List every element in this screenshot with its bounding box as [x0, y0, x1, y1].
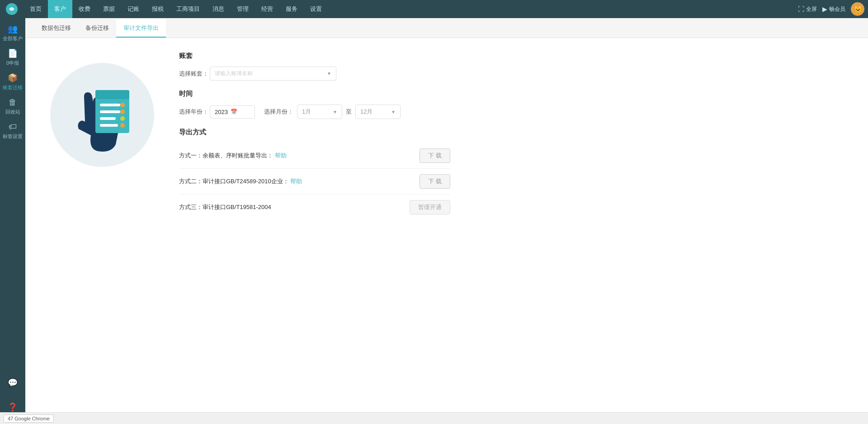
illustration-circle: [50, 63, 154, 167]
help-icon: ❓: [8, 402, 18, 412]
month-label: 选择月份：: [264, 108, 293, 116]
chevron-down-icon: ▼: [327, 71, 331, 76]
account-label: 选择账套：: [179, 70, 206, 78]
nav-right: ⛶ 全屏 ▶ 畅会员 🐱: [798, 2, 864, 16]
export-section-title: 导出方式: [179, 128, 450, 137]
main-layout: 👥 全部客户 📄 0申报 📦 账套迁移 🗑 回收站 🏷 标签设置 💬 ❓: [0, 18, 868, 424]
sidebar-item-zero-declare[interactable]: 📄 0申报: [1, 46, 24, 69]
clients-icon: 👥: [8, 24, 18, 34]
status-bar: 47 Google Chrome: [0, 412, 868, 424]
tabs-bar: 数据包迁移 备份迁移 审计文件导出: [25, 18, 868, 38]
nav-client[interactable]: 客户: [48, 0, 72, 18]
sidebar-item-all-clients[interactable]: 👥 全部客户: [1, 22, 24, 44]
svg-point-10: [120, 123, 125, 128]
month-end-select[interactable]: 12月 ▼: [355, 105, 401, 119]
recycle-icon: 🗑: [9, 98, 17, 107]
migration-icon: 📦: [8, 73, 18, 83]
nav-manage[interactable]: 管理: [231, 0, 255, 18]
account-row: 选择账套： 请输入账簿名称 ▼: [179, 67, 450, 81]
year-value: 2023: [215, 109, 228, 115]
chevron-down-icon-2: ▼: [333, 110, 337, 114]
user-avatar[interactable]: 🐱: [851, 2, 864, 16]
svg-rect-4: [100, 110, 120, 113]
nav-settings[interactable]: 设置: [304, 0, 328, 18]
sidebar-item-chat[interactable]: 💬: [1, 372, 24, 394]
chevron-down-icon-3: ▼: [391, 110, 396, 114]
svg-rect-6: [100, 124, 118, 127]
sidebar-item-recycle[interactable]: 🗑 回收站: [1, 95, 24, 118]
sidebar-item-tag-settings[interactable]: 🏷 标签设置: [1, 119, 24, 142]
svg-rect-2: [95, 90, 129, 99]
method1-desc: 方式一：余额表、序时账批量导出： 帮助: [179, 152, 287, 160]
account-placeholder: 请输入账簿名称: [215, 70, 253, 77]
method3-open-button[interactable]: 暂缓开通: [410, 200, 450, 214]
month-end-value: 12月: [360, 108, 373, 116]
audit-illustration: [66, 76, 138, 153]
month-start-select[interactable]: 1月 ▼: [297, 105, 342, 119]
method1-help-link[interactable]: 帮助: [275, 152, 287, 159]
tab-audit-export[interactable]: 审计文件导出: [116, 19, 166, 38]
account-select[interactable]: 请输入账簿名称 ▼: [210, 67, 336, 81]
illustration-wrap: [43, 52, 161, 178]
calendar-icon: 📅: [231, 109, 237, 115]
nav-service[interactable]: 服务: [279, 0, 304, 18]
tab-data-migration[interactable]: 数据包迁移: [34, 19, 78, 38]
fullscreen-button[interactable]: ⛶ 全屏: [798, 5, 817, 13]
nav-fee[interactable]: 收费: [72, 0, 97, 18]
content-area: 数据包迁移 备份迁移 审计文件导出: [25, 18, 868, 424]
tag-icon: 🏷: [9, 122, 17, 132]
svg-rect-5: [100, 117, 116, 120]
nav-tax[interactable]: 报税: [146, 0, 170, 18]
method2-download-button[interactable]: 下 载: [420, 174, 450, 189]
svg-point-8: [120, 110, 125, 114]
chat-icon: 💬: [8, 378, 18, 388]
page-content: 账套 选择账套： 请输入账簿名称 ▼ 时间 选择年份： 2023 📅: [25, 38, 868, 233]
account-section-title: 账套: [179, 52, 450, 60]
year-label: 选择年份：: [179, 108, 206, 116]
time-section-title: 时间: [179, 90, 450, 98]
method1-download-button[interactable]: 下 载: [420, 148, 450, 163]
export-method-1-row: 方式一：余额表、序时账批量导出： 帮助 下 载: [179, 143, 450, 169]
year-input[interactable]: 2023 📅: [210, 105, 255, 119]
form-area: 账套 选择账套： 请输入账簿名称 ▼ 时间 选择年份： 2023 📅: [179, 52, 450, 220]
method3-desc: 方式三：审计接口GB/T19581-2004: [179, 203, 271, 211]
nav-biz[interactable]: 工商项目: [170, 0, 206, 18]
nav-msg[interactable]: 消息: [206, 0, 231, 18]
declare-icon: 📄: [8, 48, 18, 58]
export-method-2-row: 方式二：审计接口GB/T24589-2010企业： 帮助 下 载: [179, 169, 450, 195]
month-start-value: 1月: [302, 108, 311, 116]
export-method-3-row: 方式三：审计接口GB/T19581-2004 暂缓开通: [179, 195, 450, 220]
sidebar-item-migration[interactable]: 📦 账套迁移: [1, 71, 24, 93]
method2-help-link[interactable]: 帮助: [290, 178, 302, 185]
nav-items: 首页 客户 收费 票据 记账 报税 工商项目 消息 管理 经营 服务 设置: [24, 0, 798, 18]
to-label: 至: [346, 108, 352, 116]
svg-point-7: [120, 103, 125, 107]
nav-bookkeeping[interactable]: 记账: [121, 0, 146, 18]
member-button[interactable]: ▶ 畅会员: [822, 5, 845, 13]
nav-home[interactable]: 首页: [24, 0, 48, 18]
nav-invoice[interactable]: 票据: [97, 0, 121, 18]
svg-rect-3: [100, 104, 120, 106]
method2-desc: 方式二：审计接口GB/T24589-2010企业： 帮助: [179, 177, 302, 186]
tab-backup-migration[interactable]: 备份迁移: [78, 19, 116, 38]
svg-point-9: [120, 116, 125, 121]
export-section: 方式一：余额表、序时账批量导出： 帮助 下 载 方式二：审计接口GB/T2458…: [179, 143, 450, 220]
top-navigation: 首页 客户 收费 票据 记账 报税 工商项目 消息 管理 经营 服务 设置 ⛶ …: [0, 0, 868, 18]
app-logo: [4, 1, 20, 17]
sidebar: 👥 全部客户 📄 0申报 📦 账套迁移 🗑 回收站 🏷 标签设置 💬 ❓: [0, 18, 25, 424]
browser-status: 47 Google Chrome: [4, 414, 54, 423]
time-row: 选择年份： 2023 📅 选择月份： 1月 ▼ 至 12月 ▼: [179, 105, 450, 119]
nav-operation[interactable]: 经营: [255, 0, 279, 18]
